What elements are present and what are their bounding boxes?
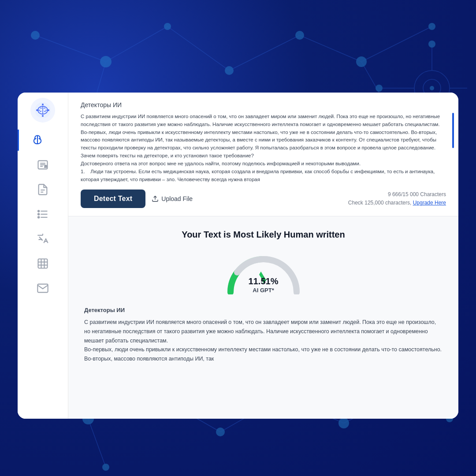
sidebar-item-email[interactable] [30, 278, 56, 299]
doc-text-content: С развитием индустрии ИИ появляется мног… [84, 318, 443, 363]
input-text-display[interactable]: С развитием индустрии ИИ появляется мног… [81, 113, 446, 183]
svg-point-49 [428, 41, 435, 48]
sidebar-item-brain[interactable] [18, 130, 68, 151]
detect-text-button[interactable]: Detect Text [81, 190, 145, 208]
sidebar-item-table[interactable] [30, 253, 56, 274]
upload-file-button[interactable]: Upload File [152, 195, 193, 202]
svg-point-46 [102, 464, 109, 471]
upgrade-link[interactable]: Upgrade Here [413, 200, 446, 206]
svg-line-8 [361, 26, 432, 62]
sidebar: AI [18, 93, 68, 419]
svg-point-27 [164, 23, 171, 30]
svg-point-26 [100, 56, 112, 67]
char-count: 9 666/15 000 Characters [348, 190, 446, 199]
main-card: AI [18, 93, 458, 419]
gauge-percentage: 11.51% [249, 275, 279, 287]
svg-line-0 [35, 35, 106, 62]
svg-point-48 [376, 85, 383, 92]
svg-rect-75 [38, 259, 48, 268]
result-title: Your Text is Most Likely Human written [84, 230, 443, 240]
svg-point-33 [356, 56, 367, 67]
gauge-wrapper: 11.51% AI GPT* [224, 250, 303, 294]
char-info: 9 666/15 000 Characters Check 125,000 ch… [348, 190, 446, 207]
svg-point-43 [338, 418, 349, 428]
sidebar-item-document[interactable] [30, 179, 56, 200]
sidebar-item-translate[interactable] [30, 228, 56, 249]
input-title: Детекторы ИИ [81, 101, 446, 108]
sidebar-item-list[interactable] [30, 204, 56, 225]
results-panel: Your Text is Most Likely Human written [68, 216, 458, 419]
scrollbar[interactable] [452, 113, 454, 148]
gauge-container: 11.51% AI GPT* [84, 250, 443, 294]
action-bar: Detect Text Upload File 9 666/15 000 Cha… [81, 190, 446, 208]
svg-point-34 [428, 23, 435, 30]
svg-point-25 [31, 31, 40, 40]
sidebar-item-text-ai[interactable]: AI [30, 154, 56, 175]
svg-line-15 [88, 419, 106, 467]
content-area: Детекторы ИИ С развитием индустрии ИИ по… [68, 93, 458, 419]
svg-text:AI: AI [45, 166, 47, 168]
upload-label: Upload File [161, 195, 193, 202]
svg-line-1 [106, 26, 167, 62]
svg-point-32 [295, 31, 304, 40]
input-panel: Детекторы ИИ С развитием индустрии ИИ по… [68, 93, 458, 216]
app-logo[interactable] [30, 98, 55, 123]
text-area-wrapper: С развитием индустрии ИИ появляется мног… [81, 113, 446, 183]
svg-point-57 [36, 109, 38, 111]
gauge-info: 11.51% AI GPT* [249, 275, 279, 294]
svg-point-72 [38, 213, 40, 215]
gauge-ai-label: AI GPT* [249, 287, 279, 294]
svg-line-7 [300, 35, 361, 62]
doc-section-title: Детекторы ИИ [84, 307, 443, 313]
upload-icon [152, 195, 159, 202]
svg-point-73 [38, 216, 40, 218]
svg-point-41 [216, 428, 225, 436]
svg-point-28 [225, 66, 234, 75]
svg-line-6 [229, 35, 300, 71]
svg-point-55 [42, 104, 44, 105]
svg-point-56 [42, 115, 44, 117]
svg-point-71 [38, 210, 40, 212]
upgrade-info: Check 125,000 characters, Upgrade Here [348, 199, 446, 207]
svg-point-58 [48, 109, 49, 111]
doc-section: Детекторы ИИ С развитием индустрии ИИ по… [84, 307, 443, 363]
button-group: Detect Text Upload File [81, 190, 193, 208]
svg-line-2 [167, 26, 229, 71]
svg-point-47 [430, 86, 434, 90]
